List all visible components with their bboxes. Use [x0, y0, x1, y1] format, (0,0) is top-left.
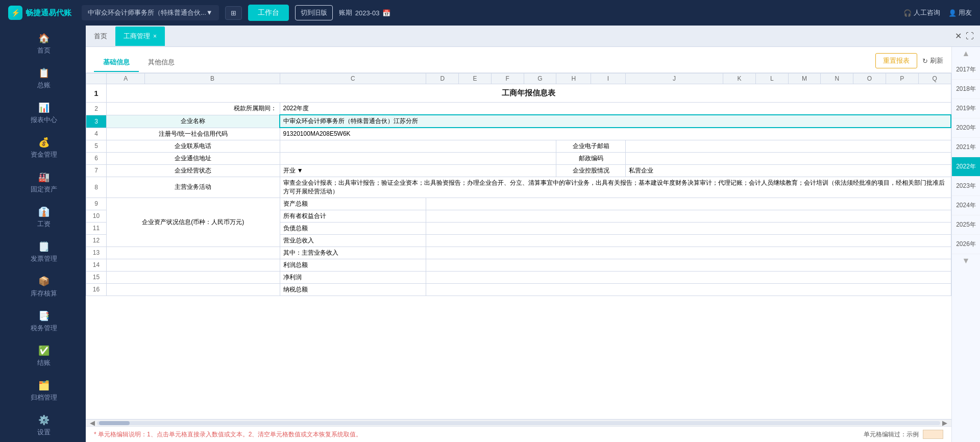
cell-7-status-value[interactable]: 开业 ▼: [280, 164, 556, 177]
switch-version-button[interactable]: 切到旧版: [295, 5, 333, 20]
reports-icon: 📊: [38, 102, 50, 113]
cell-5-phone-label[interactable]: 企业联系电话: [107, 140, 280, 152]
sidebar-item-archive[interactable]: 🗂️ 归档管理: [0, 373, 86, 407]
scroll-thumb[interactable]: [99, 421, 130, 425]
year-2020[interactable]: 2020年: [952, 118, 980, 138]
footer-sample-label: 单元格编辑过：示例: [864, 430, 919, 439]
calendar-icon[interactable]: 📅: [382, 9, 390, 17]
cell-3-label[interactable]: 企业名称: [107, 115, 280, 128]
archive-icon: 🗂️: [38, 380, 50, 391]
cell-10-equity-label[interactable]: 所有者权益合计: [280, 210, 426, 222]
year-2021[interactable]: 2021年: [952, 138, 980, 157]
company-selector[interactable]: 中审众环会计师事务所（特殊普通合伙...▼: [82, 5, 219, 20]
sub-tab-basic[interactable]: 基础信息: [94, 54, 139, 72]
sidebar-item-inventory-label: 库存核算: [31, 289, 57, 298]
sidebar-item-home[interactable]: 🏠 首页: [0, 26, 86, 60]
user-menu[interactable]: 👤 用友: [948, 8, 972, 17]
footer-bar: * 单元格编辑说明：1、点击单元格直接录入数值或文本。2、清空单元格数值或文本恢…: [86, 426, 951, 442]
cell-16-tax-label[interactable]: 纳税总额: [280, 283, 426, 296]
cell-5-phone-value[interactable]: [280, 140, 556, 152]
cell-14-profit-label[interactable]: 利润总额: [280, 259, 426, 271]
tab-close-icon[interactable]: ×: [153, 33, 157, 40]
cell-6-addr-label[interactable]: 企业通信地址: [107, 152, 280, 164]
reset-report-button[interactable]: 重置报表: [875, 53, 917, 68]
cell-6-zip-value[interactable]: [625, 152, 951, 164]
sidebar-item-inventory[interactable]: 📦 库存核算: [0, 268, 86, 303]
year-2017[interactable]: 2017年: [952, 60, 980, 80]
sheet-title-cell[interactable]: 工商年报信息表: [107, 84, 951, 103]
year-2024[interactable]: 2024年: [952, 196, 980, 215]
spreadsheet-wrapper[interactable]: A B C D E F G H I J: [86, 73, 951, 419]
cell-12-revenue-label[interactable]: 营业总收入: [280, 234, 426, 247]
cell-8-biz-label[interactable]: 主营业务活动: [107, 177, 280, 198]
cell-7-status-label[interactable]: 企业经营状态: [107, 164, 280, 177]
year-2023[interactable]: 2023年: [952, 177, 980, 196]
cell-4-label[interactable]: 注册号/统一社会信用代码: [107, 128, 280, 140]
year-2022[interactable]: 2022年: [952, 157, 980, 177]
footer-hint: * 单元格编辑说明：1、点击单元格直接录入数值或文本。2、清空单元格数值或文本恢…: [94, 430, 362, 439]
cell-5-email-label[interactable]: 企业电子邮箱: [556, 140, 625, 152]
sub-tab-other[interactable]: 其他信息: [139, 54, 184, 72]
scroll-left-arrow[interactable]: ◀: [88, 419, 97, 426]
cell-12-revenue-value[interactable]: [426, 234, 951, 247]
home-icon: 🏠: [38, 33, 50, 44]
cell-2-label[interactable]: 税款所属期间：: [107, 103, 280, 115]
year-2019[interactable]: 2019年: [952, 99, 980, 118]
cell-7-holding-label[interactable]: 企业控股情况: [556, 164, 625, 177]
content-area: 首页 工商管理 × ✕ ⛶ 基础信息 其他信息 重置报表: [86, 26, 980, 442]
sidebar-item-close[interactable]: ✅ 结账: [0, 338, 86, 373]
cell-3-value[interactable]: 中审众环会计师事务所（特殊普通合伙）江苏分所: [280, 115, 951, 128]
scroll-right-arrow[interactable]: ▶: [940, 419, 949, 426]
cell-15-net-profit-value[interactable]: [426, 271, 951, 283]
col-A: A: [107, 73, 145, 84]
col-M: M: [788, 73, 821, 84]
cell-8-biz-value[interactable]: 审查企业会计报表；出具审计报告；验证企业资本；出具验资报告；办理企业合开、分立、…: [280, 177, 951, 198]
sidebar-item-invoice[interactable]: 🗒️ 发票管理: [0, 234, 86, 268]
row-num-14: 14: [86, 259, 107, 271]
cell-11-liabilities-label[interactable]: 负债总额: [280, 222, 426, 234]
year-2018[interactable]: 2018年: [952, 80, 980, 99]
cell-4-value[interactable]: 91320100MA208E5W6K: [280, 128, 951, 140]
horizontal-scrollbar[interactable]: ◀ ▶: [86, 419, 951, 426]
cell-15-net-profit-label[interactable]: 净利润: [280, 271, 426, 283]
ai-consult[interactable]: 🎧 人工咨询: [903, 8, 940, 17]
sidebar-item-funds[interactable]: 💰 资金管理: [0, 130, 86, 164]
cell-2-value[interactable]: 2022年度: [280, 103, 951, 115]
sidebar-item-invoice-label: 发票管理: [31, 254, 57, 263]
cell-16-tax-value[interactable]: [426, 283, 951, 296]
workbench-button[interactable]: 工作台: [248, 5, 289, 21]
cell-13-main-revenue-label[interactable]: 其中：主营业务收入: [280, 247, 426, 259]
sidebar-item-settings[interactable]: ⚙️ 设置: [0, 407, 86, 442]
sidebar-item-tax[interactable]: 📑 税务管理: [0, 303, 86, 338]
year-2025[interactable]: 2025年: [952, 215, 980, 235]
cell-5-email-value[interactable]: [625, 140, 951, 152]
cell-9-assets-group-label[interactable]: 企业资产状况信息(币种：人民币万元): [107, 198, 280, 247]
year-2026[interactable]: 2026年: [952, 235, 980, 254]
tab-home[interactable]: 首页: [86, 27, 115, 46]
year-scroll-up[interactable]: ▲: [960, 47, 972, 60]
table-row-selected: 3 企业名称 中审众环会计师事务所（特殊普通合伙）江苏分所: [86, 115, 951, 128]
cell-11-liabilities-value[interactable]: [426, 222, 951, 234]
scroll-track[interactable]: [97, 421, 940, 425]
cell-6-zip-label[interactable]: 邮政编码: [556, 152, 625, 164]
tab-commerce[interactable]: 工商管理 ×: [115, 27, 165, 46]
cell-7-holding-value[interactable]: 私营企业: [625, 164, 951, 177]
cell-13-main-revenue-value[interactable]: [426, 247, 951, 259]
sidebar-item-funds-label: 资金管理: [31, 150, 57, 159]
sidebar-item-salary-label: 工资: [37, 219, 51, 229]
sidebar-item-ledger[interactable]: 📋 总账: [0, 60, 86, 95]
cell-6-addr-value[interactable]: [280, 152, 556, 164]
cell-9-total-assets-label[interactable]: 资产总额: [280, 198, 426, 210]
close-window-icon[interactable]: ✕: [955, 31, 962, 41]
maximize-icon[interactable]: ⛶: [966, 32, 974, 41]
cell-10-equity-value[interactable]: [426, 210, 951, 222]
close-accounts-icon: ✅: [38, 345, 50, 356]
sidebar-item-reports[interactable]: 📊 报表中心: [0, 95, 86, 130]
sidebar-item-assets[interactable]: 🏭 固定资产: [0, 164, 86, 199]
refresh-button[interactable]: ↻ 刷新: [922, 56, 943, 65]
year-scroll-down[interactable]: ▼: [960, 254, 972, 267]
sidebar-item-salary[interactable]: 👔 工资: [0, 199, 86, 234]
copy-icon-btn[interactable]: ⊞: [225, 6, 242, 20]
cell-14-profit-value[interactable]: [426, 259, 951, 271]
cell-9-total-assets-value[interactable]: [426, 198, 951, 210]
